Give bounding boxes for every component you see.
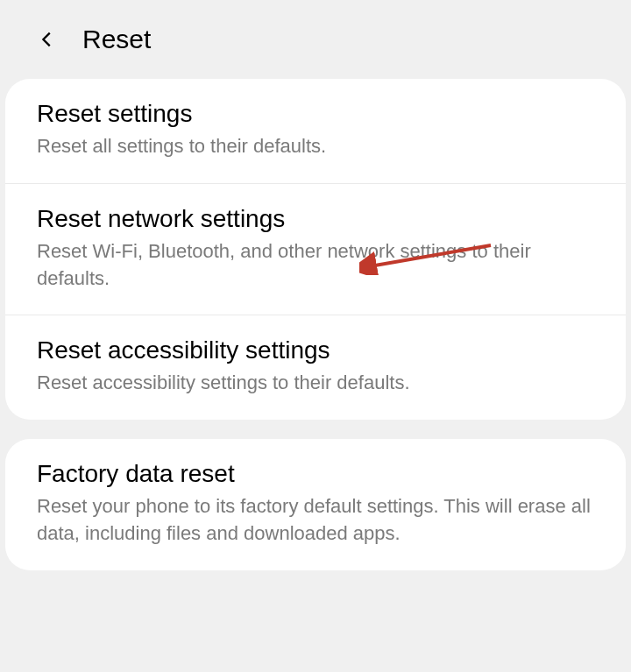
header: Reset <box>0 0 631 79</box>
item-description: Reset all settings to their defaults. <box>37 133 594 160</box>
reset-settings-item[interactable]: Reset settings Reset all settings to the… <box>5 79 626 184</box>
item-title: Factory data reset <box>37 460 594 488</box>
reset-network-settings-item[interactable]: Reset network settings Reset Wi-Fi, Blue… <box>5 184 626 316</box>
item-title: Reset settings <box>37 100 594 128</box>
item-description: Reset your phone to its factory default … <box>37 493 594 548</box>
factory-data-reset-item[interactable]: Factory data reset Reset your phone to i… <box>5 439 626 570</box>
settings-group-2: Factory data reset Reset your phone to i… <box>5 439 626 570</box>
item-description: Reset Wi-Fi, Bluetooth, and other networ… <box>37 238 594 293</box>
settings-group-1: Reset settings Reset all settings to the… <box>5 79 626 420</box>
page-title: Reset <box>82 25 151 54</box>
item-title: Reset network settings <box>37 205 594 233</box>
item-description: Reset accessibility settings to their de… <box>37 370 594 397</box>
reset-accessibility-settings-item[interactable]: Reset accessibility settings Reset acces… <box>5 315 626 420</box>
back-icon[interactable] <box>37 29 58 50</box>
item-title: Reset accessibility settings <box>37 336 594 364</box>
